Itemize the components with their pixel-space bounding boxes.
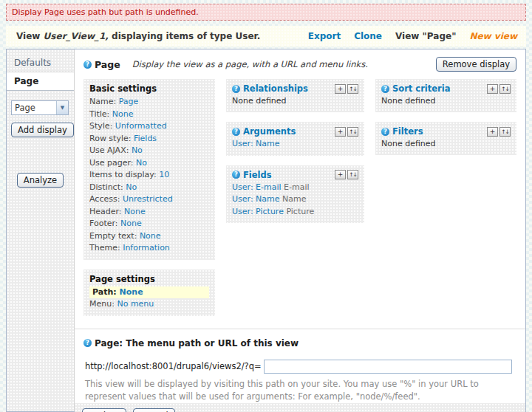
setting-label: Empty text: xyxy=(89,231,137,241)
display-type-select-value: Page xyxy=(15,103,35,113)
sort-criteria-box: ? Sort criteria + ↑↓ None defined xyxy=(375,79,516,112)
field-item: User: Picture Picture xyxy=(232,206,358,219)
setting-row-ajax: Use AJAX: No xyxy=(89,145,209,157)
filters-title-link[interactable]: Filters xyxy=(392,126,423,137)
tab-defaults[interactable]: Defaults xyxy=(7,54,74,72)
sort-criteria-title-link[interactable]: Sort criteria xyxy=(392,83,450,94)
field-link[interactable]: User: Picture xyxy=(232,207,284,216)
add-icon[interactable]: + xyxy=(335,127,346,137)
setting-value-link[interactable]: 10 xyxy=(159,170,169,179)
help-icon[interactable]: ? xyxy=(232,85,240,93)
view-title-prefix: View xyxy=(16,31,40,41)
add-icon[interactable]: + xyxy=(335,170,346,179)
argument-link[interactable]: User: Name xyxy=(232,139,280,148)
setting-row-style: Style: Unformatted xyxy=(89,120,209,133)
view-title: View User_View_1, displaying items of ty… xyxy=(16,31,260,41)
setting-row-empty-text: Empty text: None xyxy=(89,230,209,243)
path-help-text: This view will be displayed by visiting … xyxy=(85,378,516,404)
setting-row-menu: Menu: No menu xyxy=(89,298,209,311)
setting-label: Distinct: xyxy=(89,182,123,192)
help-icon[interactable]: ? xyxy=(232,171,240,179)
error-message-box: Display Page uses path but path is undef… xyxy=(6,4,526,21)
rearrange-icon[interactable]: ↑↓ xyxy=(499,84,511,94)
help-icon[interactable]: ? xyxy=(83,61,92,69)
add-display-button[interactable]: Add display xyxy=(11,123,74,137)
remove-display-button[interactable]: Remove display xyxy=(436,57,516,72)
path-input[interactable] xyxy=(264,360,512,374)
error-message-text: Display Page uses path but path is undef… xyxy=(12,7,199,17)
form-actions-bar: Update Cancel xyxy=(75,403,525,412)
field-item: User: Name Name xyxy=(232,193,358,206)
help-icon[interactable]: ? xyxy=(381,85,389,93)
field-link[interactable]: User: E-mail xyxy=(232,182,282,192)
path-config-title-row: ? Page: The menu path or URL of this vie… xyxy=(83,338,516,349)
rearrange-icon[interactable]: ↑↓ xyxy=(347,170,358,179)
basic-settings-box: Basic settings Name: Page Title: None St… xyxy=(83,79,215,260)
filters-box: ? Filters + ↑↓ None defined xyxy=(375,122,516,155)
tab-page[interactable]: Page xyxy=(7,72,74,91)
menu-value-link[interactable]: No menu xyxy=(117,299,154,309)
add-icon[interactable]: + xyxy=(335,84,346,94)
update-button[interactable]: Update xyxy=(82,408,126,412)
setting-value-link[interactable]: Unrestricted xyxy=(123,194,173,204)
cancel-button[interactable]: Cancel xyxy=(133,408,175,412)
setting-value-link[interactable]: None xyxy=(140,231,161,241)
add-icon[interactable]: + xyxy=(487,84,498,94)
fields-title-link[interactable]: Fields xyxy=(243,170,272,180)
chevron-down-icon: ▼ xyxy=(56,101,68,114)
setting-value-link[interactable]: No xyxy=(132,145,143,155)
setting-label: Footer: xyxy=(89,219,118,228)
new-view-link[interactable]: New view xyxy=(469,31,517,41)
clone-link[interactable]: Clone xyxy=(354,31,382,41)
export-link[interactable]: Export xyxy=(308,31,341,41)
fields-box: ? Fields + ↑↓ User: E-mail E-mail User: … xyxy=(226,165,364,224)
setting-value-link[interactable]: None xyxy=(124,207,146,216)
view-header-links: Export Clone View "Page" New view xyxy=(308,31,517,41)
displays-sidebar: Defaults Page Page ▼ Add display Analyze xyxy=(7,49,75,411)
help-icon[interactable]: ? xyxy=(232,128,240,136)
add-icon[interactable]: + xyxy=(487,127,498,137)
setting-value-link[interactable]: Page xyxy=(119,97,139,106)
setting-row-theme: Theme: Information xyxy=(89,242,209,255)
field-link[interactable]: User: Name xyxy=(232,194,280,204)
help-icon[interactable]: ? xyxy=(381,128,389,136)
arguments-title-link[interactable]: Arguments xyxy=(243,126,296,137)
setting-value-link[interactable]: None xyxy=(120,219,142,228)
argument-item: User: Name xyxy=(232,138,358,151)
field-label: Picture xyxy=(286,207,314,216)
setting-label: Header: xyxy=(89,207,122,216)
column-basic-settings: Basic settings Name: Page Title: None St… xyxy=(83,79,215,326)
field-item: User: E-mail E-mail xyxy=(232,182,358,194)
page-settings-box: Page settings Path: None Menu: No menu xyxy=(83,269,215,316)
relationships-box: ? Relationships + ↑↓ None defined xyxy=(226,79,364,112)
display-type-select[interactable]: Page ▼ xyxy=(11,100,69,115)
view-page-link[interactable]: View "Page" xyxy=(395,31,456,41)
settings-columns: Basic settings Name: Page Title: None St… xyxy=(83,79,516,326)
arguments-box: ? Arguments + ↑↓ User: Name xyxy=(226,122,364,156)
display-description: Display the view as a page, with a URL a… xyxy=(132,59,368,69)
path-value-link[interactable]: None xyxy=(120,287,143,297)
setting-value-link[interactable]: Unformatted xyxy=(115,121,167,131)
page-settings-title: Page settings xyxy=(89,274,209,284)
setting-value-link[interactable]: Fields xyxy=(134,134,157,143)
help-icon[interactable]: ? xyxy=(83,339,92,347)
analyze-button[interactable]: Analyze xyxy=(17,173,64,188)
rearrange-icon[interactable]: ↑↓ xyxy=(347,127,358,137)
sort-criteria-empty-text: None defined xyxy=(381,95,511,107)
setting-value-link[interactable]: No xyxy=(136,158,147,168)
setting-value-link[interactable]: Information xyxy=(123,243,170,253)
field-label: Name xyxy=(282,194,306,204)
setting-row-name: Name: Page xyxy=(89,96,209,109)
filters-empty-text: None defined xyxy=(381,138,511,150)
relationships-title-link[interactable]: Relationships xyxy=(243,83,308,94)
column-right: ? Sort criteria + ↑↓ None defined ? xyxy=(375,79,516,326)
setting-row-pager: Use pager: No xyxy=(89,157,209,170)
divider xyxy=(75,329,525,329)
rearrange-icon[interactable]: ↑↓ xyxy=(499,127,511,137)
views-edit-container: Defaults Page Page ▼ Add display Analyze… xyxy=(6,49,526,412)
path-config-title: Page: The menu path or URL of this view xyxy=(95,338,299,349)
setting-value-link[interactable]: None xyxy=(112,109,134,119)
setting-value-link[interactable]: No xyxy=(126,182,137,192)
rearrange-icon[interactable]: ↑↓ xyxy=(347,84,358,94)
setting-label: Name: xyxy=(89,97,116,106)
